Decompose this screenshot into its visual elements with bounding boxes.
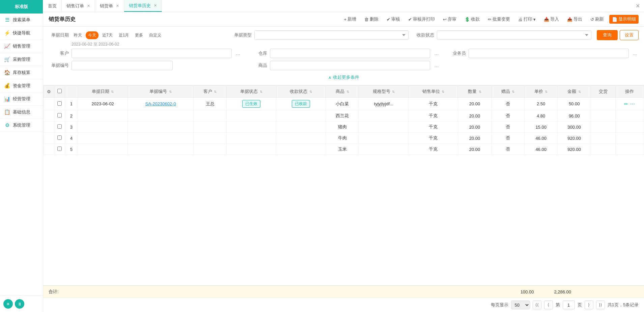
goods-input[interactable] [270,61,430,70]
sidebar-item-label: 经营管理 [13,96,30,102]
sort-icon-sales-unit: ⇅ [442,90,444,94]
page-input[interactable] [563,301,575,309]
col-doc-status[interactable]: 单据状态 ⇅ [227,86,276,98]
audit-print-button[interactable]: ✔ 审核并打印 [405,15,438,24]
row-select-checkbox[interactable] [57,113,62,118]
warehouse-input[interactable] [270,49,430,58]
batch-change-button[interactable]: ✏ 批量变更 [485,15,513,24]
sidebar-item-search-menu[interactable]: ☰ 搜索菜单 [0,14,43,27]
refresh-button[interactable]: ↺ 刷新 [588,15,607,24]
shortcut-custom[interactable]: 自定义 [147,31,164,39]
last-page-btn[interactable]: ⟩⟩ [596,301,605,309]
col-goods[interactable]: 商品 ⇅ [326,86,359,98]
row-quantity: 20.00 [458,110,491,122]
row-checkbox[interactable] [54,133,65,144]
row-checkbox[interactable] [54,144,65,155]
collapse-button[interactable]: ∧ 收起更多条件 [49,73,639,82]
tab-sales-goods[interactable]: 销货单 ✕ [95,0,124,12]
customer-filter-group: 客户 ... [49,49,242,58]
warehouse-dots[interactable]: ... [433,50,440,56]
abandon-button[interactable]: ↩ 弃审 [440,15,459,24]
purchase-mgmt-icon: 🛒 [4,56,10,62]
export-button[interactable]: 📤 导出 [564,15,585,24]
tab-sales-order[interactable]: 销售订单 ✕ [62,0,95,12]
total-info: 共1页，5条记录 [608,302,639,308]
salesperson-dots[interactable]: ... [632,50,639,56]
shortcut-1month[interactable]: 近1月 [116,31,132,39]
sidebar-item-basic-info[interactable]: 📋 基础信息 [0,106,43,119]
shortcut-more[interactable]: 更多 [133,31,145,39]
col-amount[interactable]: 金额 ⇅ [558,86,591,98]
collection-status-select[interactable] [437,30,591,40]
row-doc-status [227,144,276,155]
row-doc-status [227,122,276,133]
col-settings[interactable]: ⚙ [44,86,54,98]
row-select-checkbox[interactable] [57,135,62,140]
data-table: ⚙ 单据日期 ⇅ 单据编号 ⇅ 客户 ⇅ 单据状态 ⇅ 收款状态 ⇅ 商品 ⇅ … [43,85,644,155]
per-page-select[interactable]: 50 100 200 [511,301,530,309]
tab-sales-order-close[interactable]: ✕ [87,4,90,8]
col-customer[interactable]: 客户 ⇅ [193,86,226,98]
col-doc-date[interactable]: 单据日期 ⇅ [78,86,128,98]
col-spec-type[interactable]: 规格型号 ⇅ [359,86,409,98]
shortcut-yesterday[interactable]: 昨天 [72,31,84,39]
row-doc-number[interactable]: SA-20230602-0 [128,98,194,110]
col-sales-unit[interactable]: 销售单位 ⇅ [409,86,458,98]
setup-button[interactable]: 设置 [620,30,639,40]
doc-type-select[interactable] [254,30,409,40]
print-button[interactable]: 🖨 打印 ▾ [515,15,538,24]
col-collection-status[interactable]: 收款状态 ⇅ [276,86,326,98]
salesperson-input[interactable] [469,49,629,58]
page-label: 第 [556,302,560,308]
customer-input[interactable] [72,49,232,58]
sidebar-footer-btn-2[interactable]: ⏸ [15,299,24,309]
show-details-button[interactable]: 📄 显示明细 [609,15,639,24]
doc-number-input[interactable] [72,61,173,70]
next-page-btn[interactable]: ⟩ [585,301,593,309]
sidebar-item-finance-mgmt[interactable]: 💰 资金管理 [0,79,43,93]
shortcut-today[interactable]: 今天 [86,31,99,39]
col-checkbox[interactable] [54,86,65,98]
goods-dots[interactable]: ... [433,62,440,69]
select-all-checkbox[interactable] [57,89,62,93]
sidebar-item-sales-mgmt[interactable]: 📈 销售管理 [0,40,43,53]
tab-sales-history-close[interactable]: ✕ [154,3,157,8]
new-button[interactable]: + 新增 [341,15,359,24]
edit-icon[interactable]: ✏ [624,101,628,107]
summary-row: 合计: 100.00 2,286.00 [43,285,644,297]
sidebar-item-system-mgmt[interactable]: ⚙ 系统管理 [0,119,43,132]
prev-page-btn[interactable]: ⟨ [544,301,553,309]
customer-dots[interactable]: ... [234,50,242,56]
delete-button[interactable]: 🗑 删除 [362,15,381,24]
sidebar-footer-btn-1[interactable]: ☀ [3,299,13,309]
col-doc-number[interactable]: 单据编号 ⇅ [128,86,194,98]
audit-button[interactable]: ✔ 审核 [384,15,403,24]
import-label: 导入 [550,16,559,22]
row-select-checkbox[interactable] [57,101,62,106]
shortcut-7days[interactable]: 近7天 [100,31,115,39]
sidebar-item-purchase-mgmt[interactable]: 🛒 采购管理 [0,53,43,66]
import-button[interactable]: 📥 导入 [541,15,562,24]
sidebar-item-quick-nav[interactable]: ⚡ 快捷导航 [0,27,43,40]
col-unit-price[interactable]: 单价 ⇅ [525,86,558,98]
row-checkbox[interactable] [54,122,65,133]
tab-home[interactable]: 首页 [43,0,62,12]
sidebar-item-operations-mgmt[interactable]: 📊 经营管理 [0,93,43,106]
col-quantity[interactable]: 数量 ⇅ [458,86,491,98]
tab-sales-history[interactable]: 销货单历史 ✕ [124,0,162,12]
col-gift[interactable]: 赠品 ⇅ [491,86,524,98]
row-select-checkbox[interactable] [57,124,62,129]
filter-row-2: 客户 ... 仓库 ... 业务员 ... [49,49,639,58]
row-checkbox[interactable] [54,110,65,122]
row-checkbox[interactable] [54,98,65,110]
sort-icon-quantity: ⇅ [479,90,481,94]
batch-change-icon: ✏ [488,17,492,22]
row-select-checkbox[interactable] [57,147,62,151]
first-page-btn[interactable]: ⟨⟨ [533,301,541,309]
query-button[interactable]: 查询 [597,30,618,40]
sidebar-item-inventory-calc[interactable]: 🏠 库存核算 [0,66,43,79]
more-icon[interactable]: ⋯ [630,101,635,107]
collect-button[interactable]: 💲 收款 [462,15,482,24]
tab-bar-close-btn[interactable]: ✕ [632,3,644,9]
tab-sales-goods-close[interactable]: ✕ [116,4,119,8]
